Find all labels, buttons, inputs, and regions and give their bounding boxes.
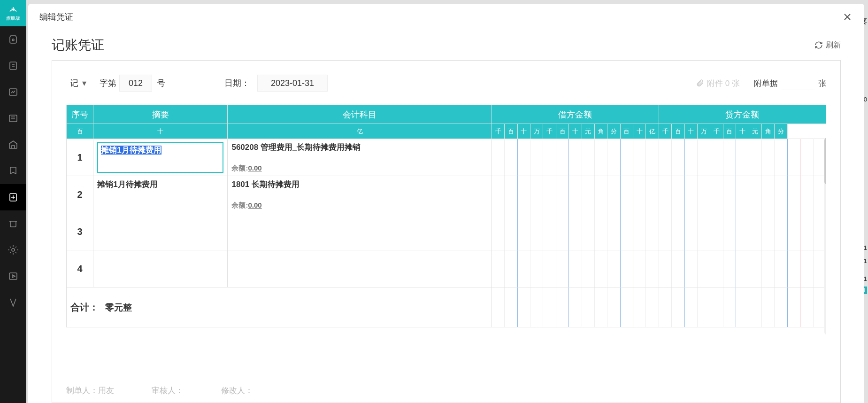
digit-header: 百 xyxy=(67,124,93,139)
row-account-cell[interactable] xyxy=(228,213,492,250)
row-summary-cell[interactable] xyxy=(93,213,228,250)
row-balance: 余额:0.00 xyxy=(231,201,261,210)
digit-header: 万 xyxy=(698,124,710,139)
row-seq: 1 xyxy=(67,139,93,176)
summary-edit-input[interactable]: 摊销1月待摊费用 xyxy=(97,142,223,173)
voucher-table: 序号 摘要 会计科目 借方金额 贷方金额 百十亿千百十万千百十元角分百十亿千百十… xyxy=(66,105,826,327)
date-label: 日期： xyxy=(224,78,250,89)
digit-header: 千 xyxy=(710,124,723,139)
digit-header: 千 xyxy=(659,124,671,139)
slip-label: 附单据 xyxy=(754,78,778,89)
row-seq: 3 xyxy=(67,213,93,250)
nav-icon-2[interactable] xyxy=(0,53,26,79)
row-account-cell[interactable]: 1801 长期待摊费用余额:0.00 xyxy=(228,176,492,213)
row-credit-cell[interactable] xyxy=(659,176,826,213)
voucher-type-value: 记 xyxy=(70,78,78,89)
col-seq: 序号 xyxy=(67,105,93,124)
row-credit-cell[interactable] xyxy=(659,139,826,176)
digit-header: 百 xyxy=(505,124,517,139)
voucher-date-input[interactable] xyxy=(257,75,328,92)
refresh-icon xyxy=(814,41,823,49)
row-balance: 余额:0.00 xyxy=(231,164,261,173)
maker: 制单人：用友 xyxy=(66,385,114,396)
refresh-label: 刷新 xyxy=(826,40,841,50)
table-scrollbar[interactable] xyxy=(824,138,826,335)
row-seq: 4 xyxy=(67,250,93,287)
total-text: 零元整 xyxy=(100,302,132,312)
digit-header: 十 xyxy=(93,124,228,139)
modifier: 修改人： xyxy=(221,385,253,396)
col-credit: 贷方金额 xyxy=(659,105,826,124)
app-edition-label: 旗舰版 xyxy=(6,15,20,22)
nav-icon-6[interactable] xyxy=(0,158,26,184)
nav-icon-4[interactable] xyxy=(0,105,26,132)
attachment-link[interactable]: 附件 0 张 xyxy=(696,78,740,89)
digit-header: 十 xyxy=(569,124,582,139)
row-credit-cell[interactable] xyxy=(659,250,826,287)
svg-point-5 xyxy=(12,248,15,251)
total-credit xyxy=(659,287,826,327)
digit-header: 百 xyxy=(672,124,684,139)
nav-icon-1[interactable] xyxy=(0,26,26,53)
row-debit-cell[interactable] xyxy=(492,213,659,250)
nav-icon-7[interactable] xyxy=(0,184,26,210)
svg-marker-7 xyxy=(12,275,15,278)
digit-header: 元 xyxy=(582,124,594,139)
voucher-meta-row: 记 ▾ 字第 号 日期： 附件 0 张 附单据 张 xyxy=(66,75,826,92)
voucher-tbody: 1摊销1月待摊费用560208 管理费用_长期待摊费用摊销余额:0.002摊销1… xyxy=(67,139,826,287)
voucher-type-select[interactable]: 记 ▾ xyxy=(66,78,90,89)
digit-header: 百 xyxy=(556,124,568,139)
row-credit-cell[interactable] xyxy=(659,213,826,250)
row-account-cell[interactable] xyxy=(228,250,492,287)
digit-header: 十 xyxy=(633,124,646,139)
voucher-footer: 制单人：用友 审核人： 修改人： xyxy=(66,379,826,403)
close-icon[interactable] xyxy=(842,11,853,23)
row-debit-cell[interactable] xyxy=(492,176,659,213)
row-debit-cell[interactable] xyxy=(492,139,659,176)
hao-label: 号 xyxy=(157,78,165,89)
row-summary-cell[interactable] xyxy=(93,250,228,287)
voucher-table-wrap: 序号 摘要 会计科目 借方金额 贷方金额 百十亿千百十万千百十元角分百十亿千百十… xyxy=(66,105,826,379)
col-account: 会计科目 xyxy=(228,105,492,124)
nav-icon-9[interactable] xyxy=(0,237,26,263)
row-summary-cell[interactable]: 摊销1月待摊费用 xyxy=(93,139,228,176)
digit-header: 元 xyxy=(749,124,761,139)
nav-icon-8[interactable] xyxy=(0,210,26,237)
auditor: 审核人： xyxy=(152,385,184,396)
digit-header: 百 xyxy=(723,124,736,139)
modal-title: 编辑凭证 xyxy=(39,11,842,23)
nav-icon-3[interactable] xyxy=(0,79,26,105)
voucher-thead: 序号 摘要 会计科目 借方金额 贷方金额 xyxy=(67,105,826,124)
row-summary-cell[interactable]: 摊销1月待摊费用 xyxy=(93,176,228,213)
digit-header: 亿 xyxy=(228,124,492,139)
digit-header: 分 xyxy=(775,124,787,139)
digit-header: 千 xyxy=(492,124,504,139)
modal-body: 记账凭证 刷新 记 ▾ 字第 号 日期： 附件 0 张 xyxy=(28,30,864,403)
voucher-subhead: 百十亿千百十万千百十元角分百十亿千百十万千百十元角分 xyxy=(67,124,826,139)
scrollbar-thumb[interactable] xyxy=(824,138,826,185)
row-seq: 2 xyxy=(67,176,93,213)
refresh-button[interactable]: 刷新 xyxy=(814,40,841,50)
voucher-row: 2摊销1月待摊费用1801 长期待摊费用余额:0.00 xyxy=(67,176,826,213)
nav-icon-11[interactable] xyxy=(0,289,26,316)
left-sidebar: 旗舰版 xyxy=(0,0,26,403)
voucher-row: 3 xyxy=(67,213,826,250)
nav-icon-10[interactable] xyxy=(0,263,26,289)
nav-icon-5[interactable] xyxy=(0,132,26,158)
row-debit-cell[interactable] xyxy=(492,250,659,287)
svg-rect-3 xyxy=(9,115,17,122)
slip-area: 附单据 张 xyxy=(754,76,826,90)
svg-point-0 xyxy=(12,39,14,41)
voucher-frame: 记 ▾ 字第 号 日期： 附件 0 张 附单据 张 xyxy=(52,60,841,403)
row-account-cell[interactable]: 560208 管理费用_长期待摊费用摊销余额:0.00 xyxy=(228,139,492,176)
digit-header: 十 xyxy=(684,124,697,139)
edit-voucher-modal: 编辑凭证 记账凭证 刷新 记 ▾ 字第 号 日期： xyxy=(28,4,864,403)
digit-header: 亿 xyxy=(646,124,659,139)
voucher-heading: 记账凭证 xyxy=(52,36,814,54)
zidi-label: 字第 xyxy=(100,78,116,89)
digit-header: 分 xyxy=(607,124,620,139)
digit-header: 角 xyxy=(761,124,774,139)
slip-count-input[interactable] xyxy=(782,76,814,90)
voucher-number-input[interactable] xyxy=(119,75,152,92)
voucher-row: 1摊销1月待摊费用560208 管理费用_长期待摊费用摊销余额:0.00 xyxy=(67,139,826,176)
